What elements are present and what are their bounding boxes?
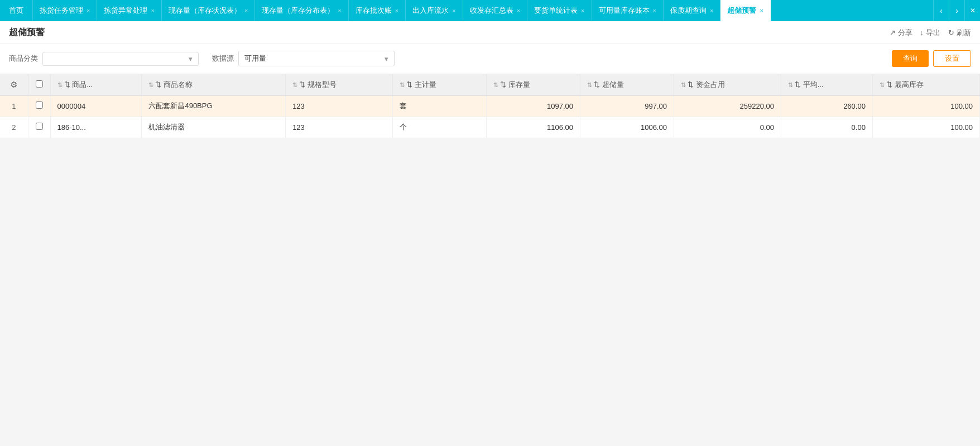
- cell-stock: 1106.00: [487, 117, 580, 138]
- tab-close-tab1[interactable]: ×: [87, 7, 90, 14]
- nav-arrow-close[interactable]: ✕: [964, 0, 980, 21]
- row-checkbox[interactable]: [36, 123, 43, 130]
- cell-code: 0000004: [50, 95, 142, 117]
- export-button[interactable]: ↓ 导出: [920, 28, 941, 38]
- cell-spec: 123: [286, 117, 393, 138]
- cell-checkbox[interactable]: [28, 95, 50, 117]
- datasource-select[interactable]: 可用量 ▾: [238, 51, 395, 66]
- col-header-stock[interactable]: ⇅ 库存量: [487, 74, 580, 95]
- nav-tab-tab8[interactable]: 要货单统计表×: [527, 0, 592, 21]
- page-title: 超储预警: [9, 27, 45, 38]
- cell-code: 186-10...: [50, 117, 142, 138]
- datasource-dropdown-icon: ▾: [385, 55, 388, 63]
- cell-checkbox[interactable]: [28, 117, 50, 138]
- data-table: ⚙ ⇅ 商品... ⇅ 商品名称 ⇅ 规格型号 ⇅ 主计量 ⇅ 库存量 ⇅ 超储…: [0, 74, 980, 138]
- col-header-avg[interactable]: ⇅ 平均...: [781, 74, 872, 95]
- table-body: 10000004六配套新昌490BPG123套1097.00997.002592…: [0, 95, 980, 138]
- nav-tab-tab7[interactable]: 收发存汇总表×: [463, 0, 527, 21]
- tab-close-tab2[interactable]: ×: [151, 7, 154, 14]
- nav-tab-tab9[interactable]: 可用量库存账本×: [592, 0, 664, 21]
- filter-bar: 商品分类 ▾ 数据源 可用量 ▾ 查询 设置: [0, 43, 980, 74]
- cell-unit: 个: [393, 117, 487, 138]
- tab-close-tab8[interactable]: ×: [581, 7, 584, 14]
- cell-unit: 套: [393, 95, 487, 117]
- cell-capital: 0.00: [674, 117, 781, 138]
- table-row: 2186-10...机油滤清器123个1106.001006.000.000.0…: [0, 117, 980, 138]
- nav-tab-tab6[interactable]: 出入库流水×: [406, 0, 463, 21]
- cell-index: 2: [0, 117, 28, 138]
- share-button[interactable]: ↗ 分享: [890, 28, 912, 38]
- table-container: ⚙ ⇅ 商品... ⇅ 商品名称 ⇅ 规格型号 ⇅ 主计量 ⇅ 库存量 ⇅ 超储…: [0, 74, 980, 138]
- datasource-label: 数据源: [212, 54, 234, 64]
- table-row: 10000004六配套新昌490BPG123套1097.00997.002592…: [0, 95, 980, 117]
- cell-over: 1006.00: [580, 117, 674, 138]
- category-filter-group: 商品分类 ▾: [9, 52, 199, 66]
- cell-avg: 0.00: [781, 117, 872, 138]
- nav-arrow-left[interactable]: ‹: [933, 0, 949, 21]
- col-header-over[interactable]: ⇅ 超储量: [580, 74, 674, 95]
- tab-close-tab4[interactable]: ×: [338, 7, 341, 14]
- datasource-select-value: 可用量: [244, 54, 266, 64]
- refresh-icon: ↻: [948, 28, 954, 37]
- tab-close-tab6[interactable]: ×: [452, 7, 455, 14]
- nav-tab-tab1[interactable]: 拣货任务管理×: [33, 0, 97, 21]
- nav-tab-tab11[interactable]: 超储预警×: [720, 0, 770, 21]
- tab-close-tab3[interactable]: ×: [244, 7, 248, 14]
- select-all-checkbox[interactable]: [36, 80, 43, 88]
- table-header-row: ⚙ ⇅ 商品... ⇅ 商品名称 ⇅ 规格型号 ⇅ 主计量 ⇅ 库存量 ⇅ 超储…: [0, 74, 980, 95]
- col-header-capital[interactable]: ⇅ 资金占用: [674, 74, 781, 95]
- header-actions: ↗ 分享 ↓ 导出 ↻ 刷新: [890, 28, 972, 38]
- category-select[interactable]: ▾: [42, 52, 199, 66]
- nav-tab-tab2[interactable]: 拣货异常处理×: [97, 0, 161, 21]
- datasource-filter-group: 数据源 可用量 ▾: [212, 51, 395, 66]
- col-header-name[interactable]: ⇅ 商品名称: [142, 74, 286, 95]
- settings-button[interactable]: 设置: [933, 50, 971, 67]
- tab-close-tab5[interactable]: ×: [395, 7, 398, 14]
- share-icon: ↗: [890, 28, 896, 37]
- nav-tab-tab5[interactable]: 库存批次账×: [349, 0, 406, 21]
- col-header-checkbox[interactable]: [28, 74, 50, 95]
- col-header-unit[interactable]: ⇅ 主计量: [393, 74, 487, 95]
- tab-close-tab11[interactable]: ×: [760, 7, 763, 14]
- tab-close-tab7[interactable]: ×: [517, 7, 520, 14]
- cell-maxstock: 100.00: [872, 95, 979, 117]
- cell-avg: 260.00: [781, 95, 872, 117]
- query-button[interactable]: 查询: [892, 50, 929, 67]
- col-header-gear[interactable]: ⚙: [0, 74, 28, 95]
- col-header-maxstock[interactable]: ⇅ 最高库存: [872, 74, 979, 95]
- tab-close-tab10[interactable]: ×: [710, 7, 713, 14]
- cell-name: 六配套新昌490BPG: [142, 95, 286, 117]
- cell-maxstock: 100.00: [872, 117, 979, 138]
- category-dropdown-icon: ▾: [189, 55, 193, 63]
- cell-index: 1: [0, 95, 28, 117]
- cell-stock: 1097.00: [487, 95, 580, 117]
- page-header: 超储预警 ↗ 分享 ↓ 导出 ↻ 刷新: [0, 21, 980, 43]
- nav-tab-tab10[interactable]: 保质期查询×: [664, 0, 720, 21]
- cell-spec: 123: [286, 95, 393, 117]
- category-label: 商品分类: [9, 54, 38, 64]
- export-icon: ↓: [920, 28, 924, 37]
- nav-tab-tab3[interactable]: 现存量（库存状况表）×: [162, 0, 255, 21]
- nav-arrow-right[interactable]: ›: [949, 0, 964, 21]
- col-header-spec[interactable]: ⇅ 规格型号: [286, 74, 393, 95]
- cell-over: 997.00: [580, 95, 674, 117]
- gear-icon[interactable]: ⚙: [10, 80, 17, 89]
- nav-tab-tab4[interactable]: 现存量（库存分布表）×: [255, 0, 348, 21]
- tab-close-tab9[interactable]: ×: [653, 7, 656, 14]
- nav-home[interactable]: 首页: [0, 0, 33, 21]
- cell-capital: 259220.00: [674, 95, 781, 117]
- col-header-code[interactable]: ⇅ 商品...: [50, 74, 142, 95]
- cell-name: 机油滤清器: [142, 117, 286, 138]
- row-checkbox[interactable]: [36, 101, 43, 109]
- top-navigation: 首页 拣货任务管理×拣货异常处理×现存量（库存状况表）×现存量（库存分布表）×库…: [0, 0, 980, 21]
- refresh-button[interactable]: ↻ 刷新: [948, 28, 971, 38]
